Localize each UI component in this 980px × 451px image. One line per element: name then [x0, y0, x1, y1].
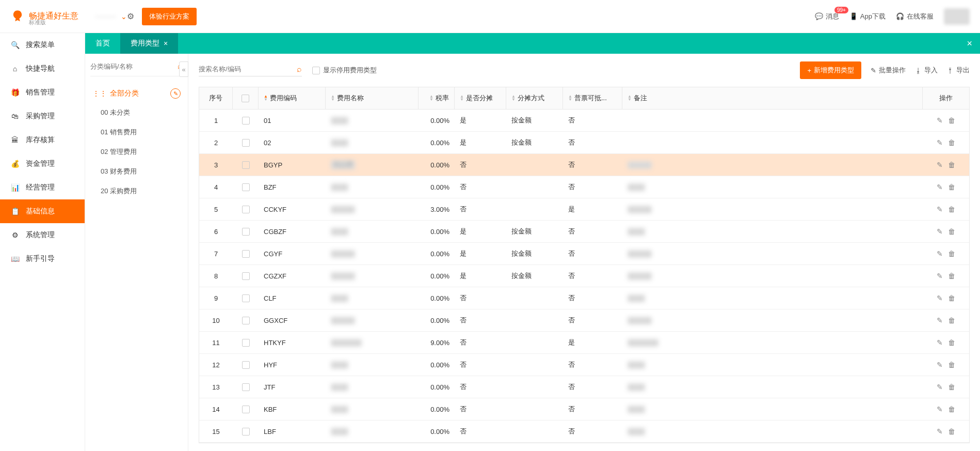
delete-icon[interactable]: 🗑 — [948, 138, 955, 147]
experience-button[interactable]: 体验行业方案 — [142, 8, 197, 25]
delete-icon[interactable]: 🗑 — [948, 294, 955, 302]
cell-check[interactable] — [233, 265, 259, 287]
table-row[interactable]: 7 CGYF ——— 0.00% 是 按金额 否 ——— ✎ 🗑 — [199, 243, 969, 265]
delete-icon[interactable]: 🗑 — [948, 272, 955, 280]
delete-icon[interactable]: 🗑 — [948, 316, 955, 324]
sidebar-item-funds[interactable]: 💰资金管理 — [0, 152, 85, 176]
delete-icon[interactable]: 🗑 — [948, 161, 955, 169]
cell-check[interactable] — [233, 332, 259, 353]
close-all-tabs[interactable]: × — [959, 38, 980, 49]
table-row[interactable]: 13 JTF —— 0.00% 否 否 —— ✎ 🗑 — [199, 376, 969, 398]
delete-icon[interactable]: 🗑 — [948, 383, 955, 391]
delete-icon[interactable]: 🗑 — [948, 338, 955, 347]
th-apportion[interactable]: ▲▼是否分摊 — [455, 87, 506, 109]
cell-check[interactable] — [233, 421, 259, 442]
edit-icon[interactable]: ✎ — [937, 116, 943, 125]
table-row[interactable]: 11 HTKYF ———— 9.00% 否 是 ———— ✎ 🗑 — [199, 332, 969, 354]
table-row[interactable]: 8 CGZXF ——— 0.00% 是 按金额 否 ——— ✎ 🗑 — [199, 265, 969, 287]
search-icon[interactable]: ⌕ — [297, 65, 302, 74]
sidebar-item-purchase[interactable]: 🛍采购管理 — [0, 104, 85, 128]
close-icon[interactable]: × — [164, 39, 168, 48]
table-row[interactable]: 12 HYF —— 0.00% 否 否 —— ✎ 🗑 — [199, 354, 969, 376]
cell-check[interactable] — [233, 243, 259, 265]
edit-icon[interactable]: ✎ — [937, 183, 943, 191]
cell-check[interactable] — [233, 221, 259, 242]
sidebar-item-quicknav[interactable]: ⌂快捷导航 — [0, 57, 85, 81]
delete-icon[interactable]: 🗑 — [948, 427, 955, 436]
edit-icon[interactable]: ✎ — [937, 272, 943, 280]
cell-check[interactable] — [233, 132, 259, 153]
company-selector[interactable]: ——— ⌄ — [95, 12, 127, 21]
th-deduct[interactable]: ▲▼普票可抵... — [563, 87, 622, 109]
user-avatar[interactable] — [944, 8, 970, 25]
category-item[interactable]: 03 财务费用 — [90, 162, 183, 181]
import-button[interactable]: ⭳导入 — [915, 66, 938, 75]
export-button[interactable]: ⭱导出 — [947, 66, 970, 75]
edit-icon[interactable]: ✎ — [937, 227, 943, 236]
delete-icon[interactable]: 🗑 — [948, 116, 955, 125]
edit-icon[interactable]: ✎ — [937, 294, 943, 302]
settings-icon[interactable]: ⚙ — [127, 11, 134, 21]
table-row[interactable]: 14 KBF —— 0.00% 否 否 —— ✎ 🗑 — [199, 398, 969, 421]
th-code[interactable]: ▲▼费用编码 — [259, 87, 326, 109]
edit-icon[interactable]: ✎ — [937, 161, 943, 169]
edit-icon[interactable]: ✎ — [937, 427, 943, 436]
edit-icon[interactable]: ✎ — [937, 250, 943, 258]
cell-check[interactable] — [233, 198, 259, 220]
sidebar-item-guide[interactable]: 📖新手引导 — [0, 247, 85, 271]
cell-check[interactable] — [233, 309, 259, 331]
category-item[interactable]: 01 销售费用 — [90, 122, 183, 142]
th-remark[interactable]: ▲▼备注 — [622, 87, 923, 109]
collapse-handle[interactable]: « — [179, 61, 188, 77]
edit-icon[interactable]: ✎ — [937, 405, 943, 413]
category-all[interactable]: ⋮⋮ 全部分类 ✎ — [90, 84, 183, 103]
sidebar-item-business[interactable]: 📊经营管理 — [0, 176, 85, 199]
delete-icon[interactable]: 🗑 — [948, 183, 955, 191]
delete-icon[interactable]: 🗑 — [948, 361, 955, 369]
message-link[interactable]: 💬 消息 99+ — [815, 12, 839, 21]
edit-icon[interactable]: ✎ — [937, 205, 943, 213]
delete-icon[interactable]: 🗑 — [948, 205, 955, 213]
table-search-input[interactable] — [199, 65, 297, 73]
table-row[interactable]: 4 BZF —— 0.00% 否 否 —— ✎ 🗑 — [199, 176, 969, 198]
table-row[interactable]: 5 CCKYF ——— 3.00% 否 是 ——— ✎ 🗑 — [199, 198, 969, 221]
cell-check[interactable] — [233, 398, 259, 420]
th-seq[interactable]: 序号 — [199, 87, 233, 109]
show-disabled-checkbox[interactable]: 显示停用费用类型 — [312, 66, 377, 75]
category-item[interactable]: 20 采购费用 — [90, 181, 183, 201]
category-item[interactable]: 02 管理费用 — [90, 142, 183, 162]
edit-icon[interactable]: ✎ — [937, 338, 943, 347]
delete-icon[interactable]: 🗑 — [948, 227, 955, 236]
delete-icon[interactable]: 🗑 — [948, 250, 955, 258]
sidebar-item-inventory[interactable]: 🏛库存核算 — [0, 128, 85, 152]
edit-icon[interactable]: ✎ — [937, 316, 943, 324]
th-rate[interactable]: ▲▼税率 — [419, 87, 455, 109]
category-search-input[interactable] — [90, 63, 178, 70]
table-row[interactable]: 1 01 —— 0.00% 是 按金额 否 ✎ 🗑 — [199, 110, 969, 132]
table-row[interactable]: 6 CGBZF —— 0.00% 是 按金额 否 —— ✎ 🗑 — [199, 221, 969, 243]
cell-check[interactable] — [233, 154, 259, 176]
edit-icon[interactable]: ✎ — [937, 361, 943, 369]
add-expense-button[interactable]: +新增费用类型 — [800, 61, 861, 79]
cell-check[interactable] — [233, 354, 259, 376]
table-row[interactable]: 9 CLF —— 0.00% 否 否 —— ✎ 🗑 — [199, 287, 969, 309]
sidebar-item-search[interactable]: 🔍搜索菜单 — [0, 33, 85, 57]
table-row[interactable]: 15 LBF —— 0.00% 否 否 —— ✎ 🗑 — [199, 421, 969, 443]
batch-operation[interactable]: ✎批量操作 — [871, 66, 906, 75]
category-item[interactable]: 00 未分类 — [90, 103, 183, 122]
edit-icon[interactable]: ✎ — [170, 88, 181, 99]
app-download-link[interactable]: 📱 App下载 — [849, 12, 886, 21]
cell-check[interactable] — [233, 287, 259, 309]
th-check[interactable] — [233, 87, 259, 109]
sidebar-item-sales[interactable]: 🎁销售管理 — [0, 81, 85, 104]
cell-check[interactable] — [233, 176, 259, 198]
tab-expense-type[interactable]: 费用类型× — [120, 33, 178, 54]
cell-check[interactable] — [233, 110, 259, 131]
table-row[interactable]: 3 BGYP 用品费 0.00% 否 否 ——— ✎ 🗑 — [199, 154, 969, 176]
edit-icon[interactable]: ✎ — [937, 383, 943, 391]
cell-check[interactable] — [233, 376, 259, 398]
delete-icon[interactable]: 🗑 — [948, 405, 955, 413]
table-row[interactable]: 2 02 —— 0.00% 是 按金额 否 ✎ 🗑 — [199, 132, 969, 154]
customer-service-link[interactable]: 🎧 在线客服 — [896, 12, 934, 21]
tab-home[interactable]: 首页 — [85, 33, 120, 54]
